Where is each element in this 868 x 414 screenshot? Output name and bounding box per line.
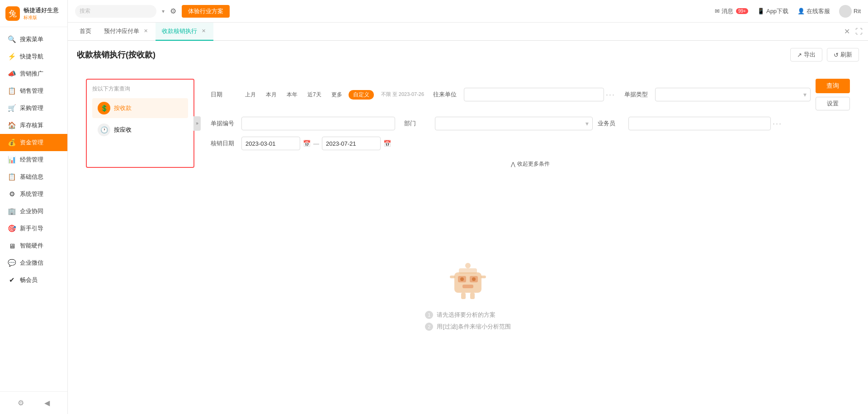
- operation-icon: 📊: [7, 156, 16, 164]
- sidebar-item-enterprise[interactable]: 🏢 企业协同: [0, 203, 67, 220]
- tab-prepay-close[interactable]: ✕: [142, 28, 149, 35]
- sidebar-item-marketing[interactable]: 📣 营销推广: [0, 65, 67, 82]
- export-icon: ↗: [797, 52, 802, 58]
- top-header: 搜索 ▾ ⚙ 体验行业方案 ✉ 消息 99+ 📱 App下载 👤 在线客服 Ri…: [68, 0, 868, 23]
- sales-icon: 📋: [7, 87, 16, 95]
- query-panel-title: 按以下方案查询: [92, 85, 188, 93]
- tip-num-2: 2: [425, 323, 433, 331]
- counterparty-dots-icon[interactable]: ···: [606, 90, 615, 100]
- sidebar-item-inventory[interactable]: 🏠 库存核算: [0, 117, 67, 134]
- date-last-month[interactable]: 上月: [241, 90, 259, 100]
- collapse-sidebar-btn[interactable]: ◀: [44, 399, 50, 407]
- query-button[interactable]: 查询: [816, 79, 850, 93]
- industry-solution-button[interactable]: 体验行业方案: [182, 5, 230, 18]
- search-dropdown-icon[interactable]: ▾: [162, 8, 165, 14]
- guide-icon: 🎯: [7, 224, 16, 233]
- sidebar-item-sales[interactable]: 📋 销售管理: [0, 82, 67, 100]
- online-service-action[interactable]: 👤 在线客服: [797, 7, 830, 15]
- filter-area: 按以下方案查询 💲 按收款 🕐 按应收 »: [77, 71, 859, 175]
- search-bar[interactable]: 搜索: [75, 5, 156, 18]
- logo-icon: 兔: [5, 6, 20, 21]
- app-icon: 📱: [757, 8, 764, 14]
- bill-type-field: 单据类型 ▾: [624, 88, 807, 101]
- sidebar-item-finance[interactable]: 💰 资金管理: [0, 134, 67, 151]
- finance-icon: 💰: [7, 138, 16, 147]
- svg-point-11: [465, 263, 471, 268]
- logo-area: 兔 畅捷通好生意 标准版: [0, 0, 67, 27]
- app-download-action[interactable]: 📱 App下载: [757, 7, 788, 15]
- enterprise-icon: 🏢: [7, 207, 16, 215]
- search-placeholder-text: 搜索: [80, 7, 90, 15]
- bill-no-input[interactable]: [241, 117, 395, 130]
- tip-text-2: 用[过滤]条件来缩小分析范围: [437, 321, 510, 333]
- sidebar-item-basic[interactable]: 📋 基础信息: [0, 168, 67, 186]
- sidebar-label-inventory: 库存核算: [20, 121, 43, 129]
- date-this-month[interactable]: 本月: [262, 90, 280, 100]
- export-label: 导出: [804, 51, 816, 59]
- query-option-receipt[interactable]: 💲 按收款: [92, 98, 188, 118]
- sidebar-item-purchase[interactable]: 🛒 采购管理: [0, 100, 67, 117]
- sidebar-item-system[interactable]: ⚙ 系统管理: [0, 186, 67, 203]
- message-action[interactable]: ✉ 消息 99+: [715, 7, 748, 15]
- sidebar-label-basic: 基础信息: [20, 173, 43, 181]
- date-7-days[interactable]: 近7天: [304, 90, 325, 100]
- salesperson-input[interactable]: [628, 117, 771, 130]
- verify-date-end[interactable]: [322, 137, 381, 150]
- settings-gear-icon[interactable]: ⚙: [170, 7, 176, 15]
- bill-type-select[interactable]: [655, 88, 811, 101]
- date-this-year[interactable]: 本年: [283, 90, 301, 100]
- sidebar-item-quick[interactable]: ⚡ 快捷导航: [0, 48, 67, 65]
- sidebar-label-wechat: 企业微信: [20, 259, 43, 267]
- settings-bottom-icon[interactable]: ⚙: [18, 399, 24, 407]
- bill-no-field: 单据编号: [211, 117, 395, 130]
- sidebar-item-wechat[interactable]: 💬 企业微信: [0, 254, 67, 271]
- date-no-limit-text: 不限 至 2023-07-26: [381, 91, 424, 98]
- tab-home[interactable]: 首页: [73, 23, 98, 41]
- tab-fullscreen-icon[interactable]: ⛶: [855, 28, 863, 36]
- refresh-button[interactable]: ↺ 刷新: [827, 48, 859, 62]
- tab-receipt[interactable]: 收款核销执行 ✕: [156, 23, 213, 41]
- date-custom-tag[interactable]: 自定义: [349, 90, 374, 100]
- dept-select[interactable]: [435, 117, 593, 130]
- basic-icon: 📋: [7, 173, 16, 181]
- empty-state: 1 请先选择要分析的方案 2 用[过滤]条件来缩小分析范围: [68, 175, 868, 414]
- export-button[interactable]: ↗ 导出: [790, 48, 822, 62]
- sidebar-label-quick: 快捷导航: [20, 52, 43, 61]
- hardware-icon: 🖥: [7, 242, 16, 250]
- message-badge: 99+: [736, 8, 748, 14]
- receivable-option-label: 按应收: [114, 126, 132, 134]
- date-more[interactable]: 更多: [328, 90, 346, 100]
- date-label: 日期: [211, 90, 238, 99]
- sidebar-item-search[interactable]: 🔍 搜索菜单: [0, 31, 67, 48]
- collapse-more-label: 收起更多条件: [517, 160, 550, 168]
- query-option-receivable[interactable]: 🕐 按应收: [92, 120, 188, 140]
- sidebar-item-member[interactable]: ✔ 畅会员: [0, 271, 67, 289]
- collapse-chevron-icon: ⋀: [511, 161, 515, 167]
- verify-date-end-calendar-icon[interactable]: 📅: [383, 140, 391, 147]
- inventory-icon: 🏠: [7, 121, 16, 129]
- setting-button[interactable]: 设置: [816, 97, 850, 110]
- counterparty-input[interactable]: [464, 88, 604, 101]
- sidebar-label-enterprise: 企业协同: [20, 207, 43, 215]
- tab-prepay[interactable]: 预付冲应付单 ✕: [98, 23, 156, 41]
- user-profile-action[interactable]: Rit: [839, 5, 861, 18]
- sidebar-item-guide[interactable]: 🎯 新手引导: [0, 220, 67, 237]
- salesperson-dots-icon[interactable]: ···: [773, 119, 782, 128]
- verify-date-start-calendar-icon[interactable]: 📅: [303, 140, 311, 147]
- sidebar-item-operation[interactable]: 📊 经营管理: [0, 151, 67, 168]
- empty-content: 1 请先选择要分析的方案 2 用[过滤]条件来缩小分析范围: [425, 257, 510, 333]
- header-right: ✉ 消息 99+ 📱 App下载 👤 在线客服 Rit: [715, 5, 861, 18]
- verify-date-start[interactable]: [241, 137, 300, 150]
- svg-rect-6: [461, 293, 466, 299]
- verify-date-label: 核销日期: [211, 139, 238, 148]
- sidebar-label-operation: 经营管理: [20, 156, 43, 164]
- collapse-panel-button[interactable]: »: [193, 116, 201, 131]
- tab-receipt-close[interactable]: ✕: [200, 28, 207, 35]
- sidebar-item-hardware[interactable]: 🖥 智能硬件: [0, 237, 67, 254]
- salesperson-field: 业务员 ···: [598, 117, 782, 130]
- dept-field: 部门 ▾: [404, 117, 589, 130]
- tab-close-window-icon[interactable]: ✕: [844, 27, 850, 36]
- sidebar-label-marketing: 营销推广: [20, 70, 43, 78]
- sidebar-nav: 🔍 搜索菜单 ⚡ 快捷导航 📣 营销推广 📋 销售管理 🛒 采购管理 🏠 库存核…: [0, 27, 67, 391]
- collapse-more-button[interactable]: ⋀ 收起更多条件: [511, 160, 550, 168]
